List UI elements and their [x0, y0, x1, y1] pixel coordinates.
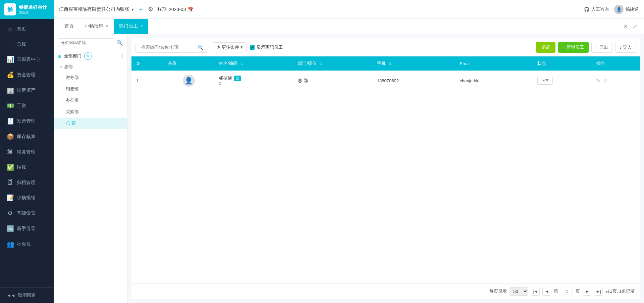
- sidebar-item-label: 社会员: [17, 241, 31, 247]
- emp-code: 0: [219, 81, 289, 86]
- tab-expense[interactable]: 小畅报销 ×: [79, 19, 114, 34]
- tab-dept-emp-close[interactable]: ×: [141, 24, 143, 29]
- add-employee-button[interactable]: + 新增员工: [558, 42, 589, 53]
- dept-item-label: 总 部: [66, 121, 76, 126]
- toolbar-right-actions: 邀请 + 新增员工 ↑ 导出 ↓ 导入: [536, 42, 636, 53]
- col-dept[interactable]: 部门/职位 ⇅: [293, 56, 372, 71]
- consult-button[interactable]: 🎧 人工咨询: [584, 6, 609, 12]
- sidebar-item-tax[interactable]: 🏛 税务管理: [0, 144, 54, 160]
- page-size-select[interactable]: 50 20 100: [509, 287, 528, 296]
- sidebar-item-assets[interactable]: 🏢 固定资产: [0, 83, 54, 98]
- row-phone: 138070602...: [372, 71, 455, 91]
- sidebar-item-invoice[interactable]: 🧾 发票管理: [0, 114, 54, 129]
- row-status: 正常: [533, 71, 592, 91]
- tab-dept-emp[interactable]: 部门员工 ×: [114, 19, 148, 34]
- pin-icon: ◄◄: [7, 293, 15, 298]
- checkout-icon: ✅: [7, 164, 13, 171]
- sidebar-item-ledger[interactable]: ≡ 总账: [0, 37, 54, 52]
- dept-item-sales[interactable]: 销售部: [54, 83, 127, 95]
- company-dropdown-icon[interactable]: ▾: [131, 7, 134, 12]
- col-settings[interactable]: ⚙: [131, 56, 163, 71]
- export-label: 导出: [599, 44, 608, 50]
- export-icon: ↑: [596, 45, 598, 50]
- dept-edit-icon[interactable]: ✎: [84, 52, 92, 60]
- sidebar-item-label: 工资: [17, 103, 26, 109]
- sidebar: 畅 畅捷通好会计 旗舰版 ⌂ 首页 ≡ 总账 📊 云报表中心 💰 资金管理 🏢 …: [0, 0, 54, 303]
- sidebar-item-label: 首页: [17, 26, 26, 32]
- dept-item-label: 办公室: [66, 98, 79, 103]
- filter-label: 更多条件: [222, 44, 239, 50]
- sidebar-item-expense[interactable]: 📝 小畅报销: [0, 190, 54, 206]
- assets-icon: 🏢: [7, 87, 13, 94]
- page-label: 第: [554, 288, 558, 294]
- emp-badge: 部: [234, 76, 241, 81]
- dept-search-input[interactable]: [58, 38, 114, 47]
- col-name[interactable]: 姓名/编码 ⇅: [214, 56, 293, 71]
- tab-dept-emp-label: 部门员工: [119, 23, 138, 29]
- export-button[interactable]: ↑ 导出: [591, 42, 612, 53]
- dept-item-purchase[interactable]: 采购部: [54, 106, 127, 118]
- row-avatar: 👤: [163, 71, 214, 91]
- sidebar-item-label: 归档管理: [17, 180, 36, 186]
- dept-collapse-icon[interactable]: 《: [119, 53, 123, 59]
- sidebar-item-label: 基础设置: [17, 210, 36, 216]
- topbar-settings-icon[interactable]: ⚙: [148, 6, 153, 13]
- dept-search-bar: 🔍: [54, 38, 127, 50]
- tax-icon: 🏛: [7, 148, 13, 156]
- sidebar-item-salary[interactable]: 💵 工资: [0, 98, 54, 114]
- emp-search-icon[interactable]: 🔍: [198, 45, 203, 50]
- page-number-input[interactable]: 1: [561, 288, 573, 295]
- col-settings-icon: ⚙: [136, 61, 140, 66]
- col-email: Email: [455, 56, 532, 71]
- show-resigned-input[interactable]: [250, 45, 255, 50]
- import-button[interactable]: ↓ 导入: [615, 42, 636, 53]
- sidebar-item-guide[interactable]: 🆕 新手引导: [0, 221, 54, 236]
- filter-button[interactable]: ⚗ 更多条件 ▾: [213, 42, 247, 52]
- add-company-icon[interactable]: ＋: [138, 5, 144, 13]
- dept-item-hq[interactable]: 总 部: [54, 118, 127, 129]
- sidebar-item-capital[interactable]: 💰 资金管理: [0, 67, 54, 83]
- user-menu[interactable]: 👤 畅捷通: [614, 5, 639, 14]
- sidebar-item-reports[interactable]: 📊 云报表中心: [0, 52, 54, 67]
- invite-button[interactable]: 邀请: [536, 42, 555, 53]
- tab-expense-close[interactable]: ×: [106, 24, 108, 29]
- col-phone[interactable]: 手机 ⇅: [372, 56, 455, 71]
- sidebar-item-more[interactable]: 👥 社会员: [0, 236, 54, 252]
- window-close-icon[interactable]: ✕: [622, 21, 630, 32]
- period-value: 2023-03: [169, 7, 186, 12]
- logout-icon[interactable]: ⎋: [604, 78, 607, 84]
- show-resigned-checkbox[interactable]: 显示离职员工: [250, 44, 283, 50]
- page-last-button[interactable]: ►|: [594, 287, 603, 296]
- sidebar-item-label: 发票管理: [17, 118, 36, 124]
- dept-group-zongbu[interactable]: ▾ 总部: [54, 62, 127, 72]
- all-dept-header[interactable]: ⊞ 全部部门 ✎ 《: [54, 50, 127, 62]
- page-first-button[interactable]: |◄: [531, 287, 540, 296]
- status-badge: 正常: [537, 77, 553, 85]
- calendar-icon[interactable]: 📅: [188, 7, 194, 12]
- page-next-button[interactable]: ►: [583, 287, 591, 296]
- col-status: 状态: [533, 56, 592, 71]
- sidebar-item-settings[interactable]: ⚙ 基础设置: [0, 206, 54, 221]
- tab-home[interactable]: 首页: [59, 19, 79, 34]
- action-buttons: ✎ ⎋: [596, 78, 635, 84]
- window-expand-icon[interactable]: ⤢: [631, 21, 639, 32]
- period-label: 账期: [157, 6, 167, 12]
- sidebar-item-home[interactable]: ⌂ 首页: [0, 21, 54, 37]
- edit-icon[interactable]: ✎: [596, 78, 600, 84]
- more-icon: 👥: [7, 241, 13, 248]
- dept-item-finance[interactable]: 财务部: [54, 72, 127, 83]
- company-name-text: 江西服宝精品有限责任公司内账张: [59, 6, 129, 12]
- page-prev-button[interactable]: ◄: [542, 287, 551, 296]
- dept-search-icon[interactable]: 🔍: [116, 40, 123, 46]
- home-icon: ⌂: [7, 26, 13, 33]
- emp-search-input[interactable]: [139, 43, 196, 51]
- tabbar: 首页 小畅报销 × 部门员工 × ✕ ⤢: [54, 19, 644, 34]
- grid-icon: ⊞: [58, 54, 61, 59]
- sidebar-pin-toggle[interactable]: ◄◄ 取消固定: [0, 287, 54, 303]
- dept-item-office[interactable]: 办公室: [54, 95, 127, 106]
- sidebar-item-archive[interactable]: 🗄 归档管理: [0, 175, 54, 190]
- guide-icon: 🆕: [7, 225, 13, 232]
- sidebar-item-inventory[interactable]: 📦 库存核算: [0, 129, 54, 144]
- sidebar-item-checkout[interactable]: ✅ 结账: [0, 160, 54, 175]
- sidebar-item-label: 新手引导: [17, 226, 36, 232]
